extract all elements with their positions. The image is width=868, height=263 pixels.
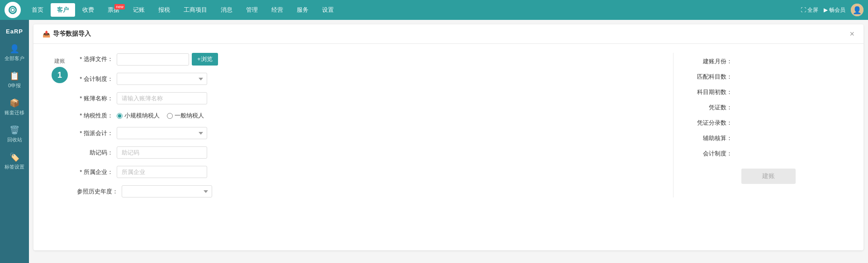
step-circle: 1 [52,67,68,83]
match-subject-row: 匹配科目数： [692,73,845,81]
nav-item-accounting[interactable]: 记账 [127,3,151,17]
panel-title-icon: 📤 [43,30,50,38]
auxiliary-label: 辅助核算： [692,134,732,142]
main-content: 📤 导爷数据导入 × 建账 1 * 选择文件： [29,20,868,263]
company-row: * 所属企业： [77,166,655,178]
tax-type-general[interactable]: 一般纳税人 [167,112,204,120]
nav-item-management[interactable]: 管理 [240,3,264,17]
sidebar: EaRP 👤 全部客户 📋 0申报 📦 账套迁移 🗑️ 回收站 🏷️ 标签设置 [0,20,29,263]
sidebar-item-all-customers[interactable]: 👤 全部客户 [0,40,29,66]
voucher-count-row: 凭证数： [692,103,845,112]
fullscreen-icon: ⛶ [801,7,806,13]
file-input[interactable] [117,53,189,66]
reference-year-label: 参照历史年度： [77,188,118,196]
form-left: 建账 1 * 选择文件： +浏览 [52,53,655,197]
all-customers-icon: 👤 [9,44,19,54]
nav-item-settings[interactable]: 设置 [316,3,340,17]
voucher-entry-row: 凭证分录数： [692,119,845,127]
tax-type-small-radio[interactable] [117,113,123,119]
tax-type-general-radio[interactable] [167,113,173,119]
browse-button[interactable]: +浏览 [192,53,218,66]
account-book-input[interactable] [117,92,207,104]
nav-item-billing[interactable]: 收费 [76,3,100,17]
all-customers-label: 全部客户 [5,55,24,62]
step-label: 建账 [54,57,65,65]
build-month-label: 建账月份： [692,57,732,66]
memo-code-label: 助记码： [77,149,113,157]
recycle-icon: 🗑️ [9,125,19,135]
step-indicator: 建账 1 [52,53,68,83]
account-book-label: * 账簿名称： [77,94,113,103]
close-button[interactable]: × [849,30,854,38]
accounting-system-row: * 会计制度： [77,73,655,85]
nav-item-business[interactable]: 工商项目 [177,3,213,17]
right-accounting-system-label: 会计制度： [692,150,732,158]
nav-item-invoice[interactable]: 票据new [101,3,126,17]
logo[interactable] [5,2,21,18]
sidebar-item-recycle[interactable]: 🗑️ 回收站 [0,122,29,147]
voucher-count-label: 凭证数： [692,103,732,112]
account-migration-icon: 📦 [9,98,19,108]
file-input-group: +浏览 [117,53,218,66]
subject-initial-row: 科目期初数： [692,88,845,96]
nav-items: 首页客户收费票据new记账报税工商项目消息管理经营服务设置 [25,3,801,17]
panel-header: 📤 导爷数据导入 × [33,24,863,44]
main-layout: EaRP 👤 全部客户 📋 0申报 📦 账套迁移 🗑️ 回收站 🏷️ 标签设置 … [0,20,868,263]
nav-item-home[interactable]: 首页 [25,3,50,17]
assign-accountant-row: * 指派会计： [77,127,655,139]
accounting-system-label: * 会计制度： [77,75,113,83]
tax-type-radio-group: 小规模纳税人 一般纳税人 [117,112,204,120]
sidebar-item-label-settings[interactable]: 🏷️ 标签设置 [0,149,29,174]
tax-type-label: * 纳税性质： [77,112,113,120]
assign-accountant-select[interactable] [117,127,207,139]
build-account-button[interactable]: 建账 [741,169,796,184]
nav-item-tax[interactable]: 报税 [152,3,176,17]
form-fields: * 选择文件： +浏览 * 会计制度： [77,53,655,197]
top-nav-right: ⛶ 全屏 ▶ 畅会员 👤 [801,4,863,16]
fullscreen-button[interactable]: ⛶ 全屏 [801,6,818,14]
declaration-label: 0申报 [8,82,21,89]
form-body: 建账 1 * 选择文件： +浏览 [33,44,863,207]
label-settings-icon: 🏷️ [9,152,19,162]
reference-year-row: 参照历史年度： [77,185,655,197]
build-month-row: 建账月份： [692,57,845,66]
nav-item-service[interactable]: 服务 [290,3,315,17]
tax-type-row: * 纳税性质： 小规模纳税人 一般纳税人 [77,112,655,120]
nav-item-customers[interactable]: 客户 [51,3,75,17]
right-accounting-system-row: 会计制度： [692,150,845,158]
label-settings-label: 标签设置 [5,164,24,170]
erp-label: EaRP [6,24,23,38]
sidebar-item-declaration[interactable]: 📋 0申报 [0,67,29,93]
top-navigation: 首页客户收费票据new记账报税工商项目消息管理经营服务设置 ⛶ 全屏 ▶ 畅会员… [0,0,868,20]
tax-type-small-label: 小规模纳税人 [124,112,160,120]
divider [673,53,674,197]
subject-initial-label: 科目期初数： [692,88,732,96]
nav-item-operation[interactable]: 经营 [265,3,289,17]
member-icon: ▶ [824,7,828,13]
match-subject-label: 匹配科目数： [692,73,732,81]
company-input[interactable] [117,166,207,178]
tax-type-general-label: 一般纳税人 [175,112,204,120]
memo-code-input[interactable] [117,146,207,159]
form-right: 建账月份： 匹配科目数： 科目期初数： 凭证数： [692,53,845,197]
declaration-icon: 📋 [9,71,19,81]
accounting-system-select[interactable] [117,73,207,85]
right-actions: 建账 [692,165,845,184]
tax-type-small[interactable]: 小规模纳税人 [117,112,160,120]
reference-year-select[interactable] [122,185,212,197]
panel-title: 📤 导爷数据导入 [43,30,91,38]
sidebar-item-account-migration[interactable]: 📦 账套迁移 [0,94,29,120]
fullscreen-label: 全屏 [807,6,818,14]
member-button[interactable]: ▶ 畅会员 [824,6,845,14]
auxiliary-row: 辅助核算： [692,134,845,142]
memo-code-row: 助记码： [77,146,655,159]
company-label: * 所属企业： [77,168,113,176]
voucher-entry-label: 凭证分录数： [692,119,732,127]
account-book-row: * 账簿名称： [77,92,655,104]
account-migration-label: 账套迁移 [5,109,24,116]
nav-item-message[interactable]: 消息 [214,3,239,17]
file-label: * 选择文件： [77,55,113,63]
user-avatar[interactable]: 👤 [851,4,863,16]
file-row: * 选择文件： +浏览 [77,53,655,66]
recycle-label: 回收站 [7,136,22,143]
